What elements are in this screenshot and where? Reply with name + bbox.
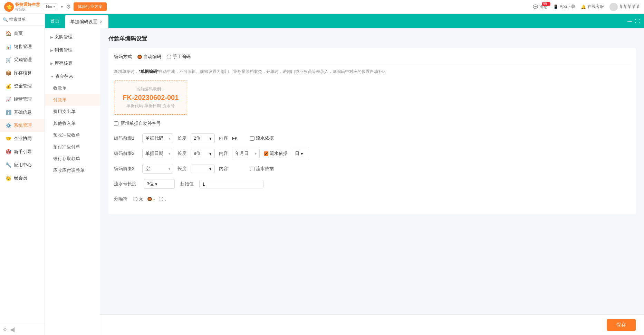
- encode-method-row: 编码方式 自动编码 手工编码: [114, 54, 630, 64]
- prefix3-select[interactable]: 空 ▾: [142, 164, 173, 174]
- sep-dot-label: .: [165, 196, 166, 202]
- sidebar-item-guide[interactable]: 🎯 新手引导: [0, 145, 45, 158]
- sub-group-inventory-label: 库存核算: [55, 60, 73, 66]
- content2-select[interactable]: 年月日 ▾: [232, 149, 260, 158]
- sub-item-other-income[interactable]: 其他收入单: [45, 118, 100, 129]
- manual-encode-option[interactable]: 手工编码: [167, 54, 191, 60]
- sep-dot-radio[interactable]: [159, 197, 163, 201]
- length3-select[interactable]: ▾: [191, 165, 215, 173]
- prefix3-value: 空: [145, 166, 150, 172]
- sub-group-sales-title[interactable]: ▶ 销售管理: [45, 44, 100, 56]
- nav-dropdown-arrow[interactable]: ▾: [61, 4, 63, 9]
- basic-icon: ℹ️: [6, 110, 11, 115]
- sidebar-item-finance[interactable]: 💰 资金管理: [0, 80, 45, 93]
- start-input[interactable]: [199, 180, 263, 188]
- prefix3-label: 编码前缀3: [114, 166, 138, 172]
- sidebar-item-basic[interactable]: ℹ️ 基础信息: [0, 106, 45, 119]
- serial-basis2-checkbox[interactable]: [264, 151, 268, 156]
- tab-encode-label: 单据编码设置: [70, 19, 97, 25]
- company-selector[interactable]: Nare: [43, 3, 58, 10]
- service-icon: 🔔: [581, 4, 586, 9]
- sep-dash-radio[interactable]: [147, 197, 152, 201]
- length1-select[interactable]: 2位 ▾: [191, 133, 215, 143]
- sidebar-search[interactable]: 🔍 搜索菜单: [0, 14, 45, 26]
- sub-group-inventory-title[interactable]: ▶ 库存核算: [45, 57, 100, 69]
- sep-dot[interactable]: .: [159, 196, 166, 202]
- sidebar-label-guide: 新手引导: [14, 149, 32, 155]
- logo: 🌟 畅捷通好生意 标品版: [4, 2, 40, 12]
- prefix1-select[interactable]: 单据代码 ▾: [142, 133, 173, 143]
- preview-label: 当前编码示例：: [123, 86, 179, 92]
- sidebar-label-inventory: 库存核算: [14, 70, 32, 76]
- start-label: 起始值: [180, 181, 194, 187]
- tab-minimize-icon[interactable]: —: [627, 18, 632, 24]
- serial-basis1[interactable]: 流水依据: [250, 135, 274, 141]
- day-select[interactable]: 日 ▾: [292, 149, 309, 158]
- sidebar-item-inventory[interactable]: 📦 库存核算: [0, 66, 45, 80]
- length2-select[interactable]: 8位 ▾: [191, 149, 215, 158]
- sep-none[interactable]: 无: [133, 196, 143, 202]
- sub-item-pre-receipt[interactable]: 预收冲应收单: [45, 129, 100, 141]
- top-bar-right: 💬 消息 99+ 📱 App下载 🔔 在线客服 某某某某某: [533, 3, 640, 11]
- sidebar-item-appstore[interactable]: 🔧 应用中心: [0, 158, 45, 171]
- auto-encode-option[interactable]: 自动编码: [137, 54, 161, 60]
- message-badge: 99+: [542, 2, 550, 6]
- sub-item-receipt[interactable]: 收款单: [45, 82, 100, 94]
- user-avatar[interactable]: 某某某某某: [609, 3, 640, 11]
- message-btn[interactable]: 💬 消息 99+: [533, 4, 548, 10]
- settings-icon[interactable]: ⚙: [66, 3, 71, 10]
- manual-encode-radio[interactable]: [167, 55, 171, 59]
- sidebar-item-operations[interactable]: 📈 经营管理: [0, 93, 45, 106]
- prefix2-select[interactable]: 单据日期 ▾: [142, 149, 173, 158]
- sub-item-bank[interactable]: 银行存取款单: [45, 153, 100, 165]
- save-button[interactable]: 保存: [607, 319, 636, 331]
- settings-bottom-icon[interactable]: ⚙: [3, 327, 7, 332]
- tab-expand-icon[interactable]: ⛶: [635, 18, 640, 24]
- serial-length-select[interactable]: 3位 ▾: [144, 179, 175, 189]
- page-title: 付款单编码设置: [108, 35, 636, 43]
- auto-fill-checkbox[interactable]: [114, 121, 118, 126]
- sub-item-pre-payment[interactable]: 预付冲应付单: [45, 141, 100, 153]
- sub-item-payment[interactable]: 付款单: [45, 94, 100, 106]
- sub-item-expense[interactable]: 费用支出单: [45, 106, 100, 118]
- sub-item-adjustment[interactable]: 应收应付调整单: [45, 165, 100, 176]
- sub-group-purchase: ▶ 采购管理: [45, 31, 100, 43]
- serial-basis1-label: 流水依据: [256, 135, 274, 141]
- encode-note: 新增单据时，*单据编码*自动生成，不可编辑。前缀设置为部门、业务员等档案类，开单…: [114, 68, 630, 75]
- sep-none-radio[interactable]: [133, 197, 137, 201]
- serial-basis3-checkbox[interactable]: [250, 167, 254, 171]
- serial-basis3-label: 流水依据: [256, 166, 274, 172]
- collapse-icon[interactable]: ◀|: [10, 327, 15, 332]
- top-bar-nav: Nare ▾ ⚙ 体验行业方案: [43, 2, 107, 11]
- sep-dash[interactable]: -: [147, 196, 155, 202]
- sidebar-item-home[interactable]: 🏠 首页: [0, 27, 45, 40]
- sub-group-sales: ▶ 销售管理: [45, 44, 100, 56]
- tab-close-icon[interactable]: ✕: [99, 19, 103, 24]
- tab-encode-settings[interactable]: 单据编码设置 ✕: [65, 15, 108, 28]
- tab-home[interactable]: 首页: [45, 14, 65, 28]
- sidebar-item-cooperation[interactable]: 🤝 企业协同: [0, 132, 45, 145]
- sidebar-label-operations: 经营管理: [14, 96, 32, 102]
- online-service-btn[interactable]: 🔔 在线客服: [581, 4, 604, 10]
- manual-encode-label: 手工编码: [173, 54, 191, 60]
- experience-btn[interactable]: 体验行业方案: [74, 2, 107, 11]
- preview-sub: 单据代码-单据日期-流水号: [123, 103, 179, 109]
- avatar-icon: [609, 3, 618, 11]
- message-icon: 💬: [533, 4, 538, 9]
- online-service-label: 在线客服: [587, 4, 604, 10]
- sidebar-item-purchase[interactable]: 🛒 采购管理: [0, 53, 45, 66]
- sub-group-funds-title[interactable]: ▼ 资金往来: [45, 71, 100, 82]
- content3-label: 内容: [219, 166, 228, 172]
- appstore-icon: 🔧: [6, 162, 11, 168]
- serial-basis1-checkbox[interactable]: [250, 136, 254, 141]
- sidebar-item-member[interactable]: 👑 畅会员: [0, 171, 45, 185]
- sidebar-item-system[interactable]: ⚙️ 系统管理: [0, 119, 45, 132]
- serial-basis3[interactable]: 流水依据: [250, 166, 274, 172]
- sidebar-item-sales[interactable]: 📊 销售管理: [0, 40, 45, 53]
- serial-basis2[interactable]: 流水依据: [264, 150, 288, 157]
- prefix1-label: 编码前缀1: [114, 135, 138, 141]
- app-download-btn[interactable]: 📱 App下载: [553, 4, 575, 10]
- length2-value: 8位: [194, 150, 201, 157]
- auto-encode-radio[interactable]: [137, 55, 142, 59]
- sub-group-purchase-title[interactable]: ▶ 采购管理: [45, 31, 100, 43]
